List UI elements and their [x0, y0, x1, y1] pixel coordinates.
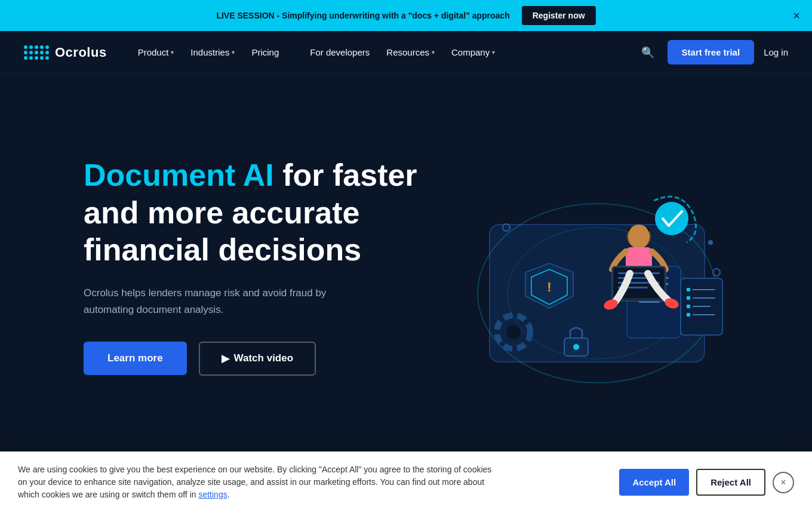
hero-section: Document AI for faster and more accurate… — [0, 74, 812, 458]
register-button[interactable]: Register now — [522, 6, 596, 25]
svg-rect-10 — [687, 288, 690, 291]
cookie-text: We are using cookies to give you the bes… — [18, 463, 496, 501]
nav-item-developers[interactable]: For developers — [303, 42, 377, 62]
cookie-settings-link[interactable]: settings — [198, 490, 227, 499]
nav-actions: 🔍 Start free trial Log in — [638, 40, 788, 64]
nav-item-pricing[interactable]: Pricing — [244, 42, 286, 62]
navbar: Ocrolus Product ▾ Industries ▾ Pricing F… — [0, 31, 812, 74]
svg-point-26 — [628, 225, 650, 248]
svg-rect-13 — [693, 297, 715, 299]
nav-item-product[interactable]: Product ▾ — [131, 42, 182, 62]
announcement-banner: LIVE SESSION - Simplifying underwriting … — [0, 0, 812, 31]
banner-close-button[interactable]: × — [793, 10, 800, 21]
svg-rect-14 — [687, 305, 690, 308]
svg-rect-16 — [687, 313, 690, 317]
nav-item-resources[interactable]: Resources ▾ — [379, 42, 442, 62]
chevron-down-icon: ▾ — [232, 49, 235, 56]
nav-item-industries[interactable]: Industries ▾ — [183, 42, 242, 62]
chevron-down-icon: ▾ — [492, 49, 495, 56]
svg-text:!: ! — [547, 279, 551, 294]
logo[interactable]: Ocrolus — [24, 45, 107, 60]
learn-more-button[interactable]: Learn more — [84, 342, 187, 375]
accept-all-button[interactable]: Accept All — [619, 469, 689, 496]
hero-title-highlight: Document AI — [84, 158, 274, 192]
svg-rect-15 — [693, 306, 710, 307]
svg-point-24 — [573, 344, 579, 350]
chevron-down-icon: ▾ — [171, 49, 174, 56]
svg-rect-11 — [693, 289, 715, 290]
logo-text: Ocrolus — [55, 45, 107, 60]
search-icon[interactable]: 🔍 — [638, 42, 658, 63]
svg-point-38 — [713, 269, 720, 276]
cookie-close-button[interactable]: × — [773, 472, 794, 493]
watch-video-button[interactable]: ▶ Watch video — [199, 342, 316, 376]
hero-buttons: Learn more ▶ Watch video — [84, 342, 430, 376]
cookie-banner: We are using cookies to give you the bes… — [0, 451, 812, 513]
hero-content: Document AI for faster and more accurate… — [84, 156, 430, 376]
svg-point-39 — [708, 240, 713, 245]
reject-all-button[interactable]: Reject All — [696, 469, 765, 496]
cookie-actions: Accept All Reject All × — [619, 469, 794, 496]
start-trial-button[interactable]: Start free trial — [668, 40, 755, 64]
hero-illustration-svg: ! — [454, 141, 740, 392]
logo-dots — [24, 45, 49, 60]
svg-point-22 — [506, 325, 521, 339]
login-button[interactable]: Log in — [764, 47, 788, 57]
hero-subtitle: Ocrolus helps lenders manage risk and av… — [84, 285, 370, 317]
hero-illustration: ! — [430, 141, 764, 392]
svg-rect-12 — [687, 296, 690, 300]
svg-rect-30 — [618, 272, 660, 274]
svg-point-36 — [655, 202, 688, 235]
svg-rect-17 — [693, 314, 715, 315]
nav-item-company[interactable]: Company ▾ — [444, 42, 502, 62]
hero-title: Document AI for faster and more accurate… — [84, 156, 430, 268]
play-icon: ▶ — [222, 352, 229, 365]
chevron-down-icon: ▾ — [432, 49, 435, 56]
nav-links: Product ▾ Industries ▾ Pricing For devel… — [131, 42, 632, 62]
banner-text: LIVE SESSION - Simplifying underwriting … — [216, 11, 509, 20]
